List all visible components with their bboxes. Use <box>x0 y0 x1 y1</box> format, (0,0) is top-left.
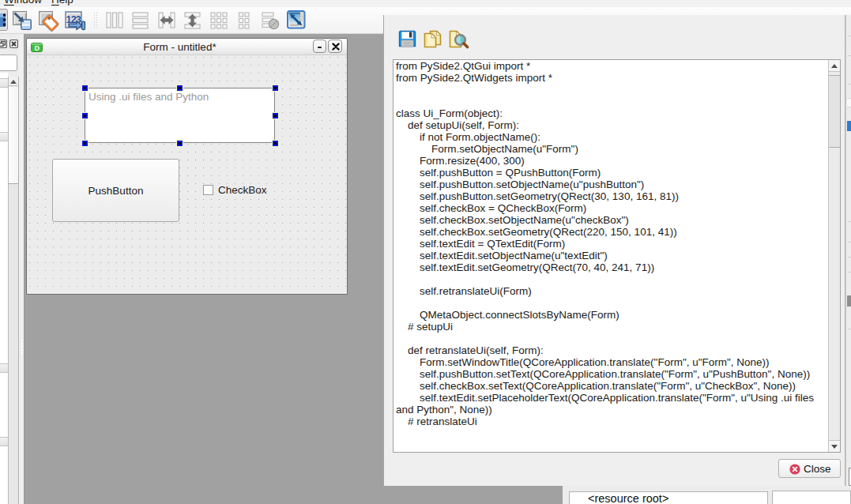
svg-text:D: D <box>35 44 40 52</box>
